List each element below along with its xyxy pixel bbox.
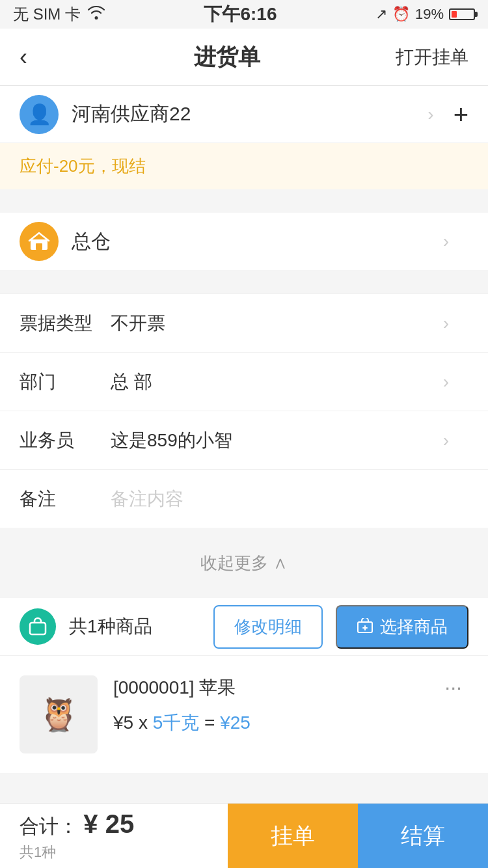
department-value: 总 部 [111, 370, 443, 394]
quantity: 5千克 [153, 712, 200, 733]
supplier-notice: 应付-20元，现结 [0, 143, 488, 189]
equals-sign: = [204, 712, 220, 733]
department-row[interactable]: 部门 总 部 › [0, 352, 488, 411]
supplier-row[interactable]: 👤 河南供应商22 › + [0, 86, 488, 143]
location-icon: ↗ [375, 6, 387, 23]
salesperson-row[interactable]: 业务员 这是859的小智 › [0, 411, 488, 469]
status-bar: 无 SIM 卡 下午6:16 ↗ ⏰ 19% [0, 0, 488, 29]
invoice-type-label: 票据类型 [20, 311, 111, 336]
salesperson-label: 业务员 [20, 428, 111, 453]
battery-icon [449, 8, 475, 20]
add-supplier-button[interactable]: + [454, 102, 468, 128]
remark-row[interactable]: 备注 备注内容 [0, 469, 488, 528]
supplier-avatar: 👤 [20, 95, 59, 134]
chevron-right-icon: › [443, 231, 449, 252]
back-button[interactable]: ‹ [20, 44, 59, 71]
nav-bar: ‹ 进货单 打开挂单 [0, 29, 488, 86]
remark-input[interactable]: 备注内容 [111, 487, 468, 511]
status-left: 无 SIM 卡 [13, 4, 105, 25]
collapse-label: 收起更多 ∧ [200, 552, 287, 575]
checkout-button[interactable]: 结算 [358, 804, 488, 869]
invoice-type-row[interactable]: 票据类型 不开票 › [0, 293, 488, 352]
product-name: [0000001] 苹果 [113, 675, 422, 700]
chevron-right-icon: › [443, 313, 449, 334]
warehouse-icon [20, 222, 59, 261]
products-header: 共1种商品 修改明细 选择商品 [0, 598, 488, 655]
total-label: 合计： [20, 815, 78, 837]
salesperson-value: 这是859的小智 [111, 428, 443, 453]
alarm-icon: ⏰ [392, 6, 410, 23]
invoice-type-value: 不开票 [111, 311, 443, 336]
select-product-label: 选择商品 [380, 616, 448, 638]
remark-label: 备注 [20, 487, 111, 511]
chevron-right-icon: › [443, 372, 449, 392]
select-product-button[interactable]: 选择商品 [336, 605, 468, 649]
edit-detail-button[interactable]: 修改明细 [213, 605, 323, 649]
total-area: 合计： ¥ 25 共1种 [0, 809, 228, 862]
content-area: 👤 河南供应商22 › + 应付-20元，现结 总仓 › 票据类型 [0, 86, 488, 773]
chevron-right-icon: › [443, 430, 449, 451]
supplier-section: 👤 河南供应商22 › + 应付-20元，现结 [0, 86, 488, 189]
wifi-icon [87, 5, 105, 23]
product-code: [0000001] [113, 677, 199, 698]
total-value: ¥ 25 [83, 809, 134, 838]
battery-label: 19% [415, 6, 444, 23]
status-time: 下午6:16 [204, 2, 277, 27]
page-title: 进货单 [194, 42, 260, 72]
chevron-right-icon: › [427, 104, 433, 125]
svg-rect-2 [30, 623, 46, 634]
total-amount: 合计： ¥ 25 [20, 809, 208, 840]
products-section: 共1种商品 修改明细 选择商品 🦉 [0000001] 苹果 [0, 598, 488, 773]
status-right: ↗ ⏰ 19% [375, 6, 475, 23]
person-icon: 👤 [27, 103, 51, 126]
product-thumbnail: 🦉 [20, 675, 98, 753]
more-options-button[interactable]: ··· [438, 675, 468, 699]
carrier-label: 无 SIM 卡 [13, 4, 81, 25]
unit-price: ¥5 [113, 712, 133, 733]
total-count: 共1种 [20, 843, 208, 862]
multiply-sign: x [139, 712, 153, 733]
line-total: ¥25 [220, 712, 251, 733]
bottom-bar: 合计： ¥ 25 共1种 挂单 结算 [0, 803, 488, 868]
collapse-button[interactable]: 收起更多 ∧ [0, 539, 488, 586]
department-label: 部门 [20, 370, 111, 394]
warehouse-name: 总仓 [72, 228, 443, 255]
supplier-name: 河南供应商22 [72, 101, 427, 128]
open-hang-button[interactable]: 打开挂单 [396, 45, 468, 70]
warehouse-row[interactable]: 总仓 › [0, 213, 488, 270]
products-icon [20, 608, 56, 645]
products-count: 共1种商品 [69, 614, 200, 639]
form-section: 票据类型 不开票 › 部门 总 部 › 业务员 这是859的小智 › 备注 备注… [0, 293, 488, 528]
svg-rect-1 [36, 243, 42, 250]
product-info: [0000001] 苹果 ¥5 x 5千克 = ¥25 [113, 675, 422, 735]
product-price-row: ¥5 x 5千克 = ¥25 [113, 711, 422, 735]
warehouse-section: 总仓 › [0, 213, 488, 270]
product-item: 🦉 [0000001] 苹果 ¥5 x 5千克 = ¥25 ··· [0, 655, 488, 773]
hang-button[interactable]: 挂单 [228, 804, 358, 869]
owl-icon: 🦉 [38, 696, 79, 733]
